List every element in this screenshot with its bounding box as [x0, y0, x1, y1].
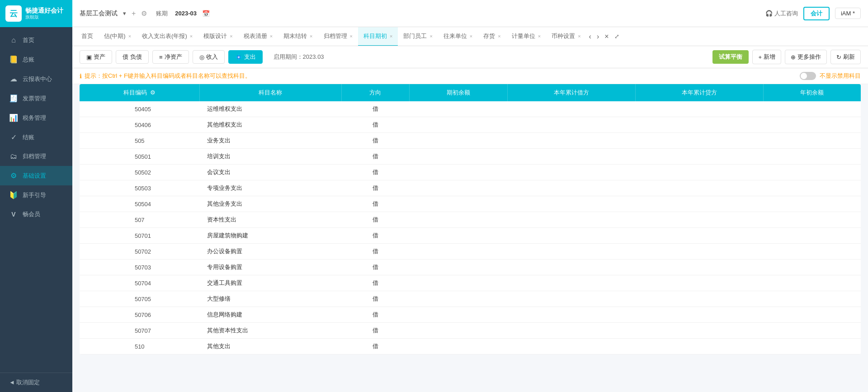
sidebar-item-member[interactable]: V 畅会员	[0, 205, 72, 224]
tab-measure[interactable]: 计量单位 ×	[506, 27, 546, 46]
table-row[interactable]: 50503 专项业务支出 借	[80, 180, 861, 196]
cell-ytd-credit	[635, 180, 763, 196]
table-row[interactable]: 50406 其他维权支出 借	[80, 117, 861, 133]
col-code[interactable]: 科目编码 ⚙	[80, 84, 200, 101]
account-button[interactable]: 会计	[803, 7, 830, 20]
more-operations-button[interactable]: ⊕ 更多操作	[785, 50, 827, 64]
add-button[interactable]: + 新增	[752, 50, 781, 64]
close-icon[interactable]: ×	[230, 33, 232, 39]
sidebar-item-ledger[interactable]: 📒 总账	[0, 50, 72, 69]
cell-ytd-debit	[507, 101, 635, 117]
cell-direction: 借	[341, 196, 409, 212]
sidebar-item-label: 首页	[23, 36, 34, 44]
dropdown-icon[interactable]: ▾	[123, 10, 126, 17]
cell-code: 50503	[80, 180, 200, 196]
sidebar-item-closing[interactable]: ✓ 结账	[0, 128, 72, 147]
cell-direction: 借	[341, 165, 409, 180]
subtab-net-asset[interactable]: ≡ 净资产	[152, 50, 189, 64]
subtab-liability[interactable]: 债 负债	[116, 50, 149, 64]
table-row[interactable]: 505 业务支出 借	[80, 133, 861, 149]
tab-nav-prev[interactable]: ‹	[586, 31, 594, 43]
close-icon[interactable]: ×	[190, 33, 193, 39]
table-row[interactable]: 50702 办公设备购置 借	[80, 244, 861, 260]
table-wrap: 科目编码 ⚙ 科目名称 方向 期初余额 本年累计借方 本年累计贷方 年初余额 5…	[72, 84, 868, 392]
add-tab-icon[interactable]: +	[132, 9, 136, 18]
table-row[interactable]: 50705 大型修缮 借	[80, 291, 861, 307]
table-row[interactable]: 50701 房屋建筑物购建 借	[80, 228, 861, 244]
cell-code: 50703	[80, 260, 200, 275]
close-icon[interactable]: ×	[538, 33, 541, 39]
disable-toggle[interactable]	[800, 72, 816, 80]
sidebar-item-tax[interactable]: 📊 税务管理	[0, 108, 72, 128]
tab-expand[interactable]: ⤢	[612, 31, 622, 42]
cell-name: 培训支出	[200, 149, 342, 165]
topbar-right: 🎧 人工咨询 会计 iAM *	[765, 7, 861, 20]
sidebar-footer-label: ◄ 取消固定	[9, 378, 40, 387]
table-row[interactable]: 50703 专用设备购置 借	[80, 260, 861, 275]
project-name[interactable]: 基层工会测试	[80, 9, 118, 18]
tab-inventory[interactable]: 存货 ×	[478, 27, 506, 46]
tab-archive[interactable]: 归档管理 ×	[318, 27, 358, 46]
table-row[interactable]: 50504 其他业务支出 借	[80, 196, 861, 212]
close-icon[interactable]: ×	[429, 33, 432, 39]
tab-close-all[interactable]: ×	[602, 31, 611, 43]
close-icon[interactable]: ×	[350, 33, 353, 39]
close-icon[interactable]: ×	[310, 33, 312, 39]
service-button[interactable]: 🎧 人工咨询	[765, 9, 798, 18]
sidebar-item-guide[interactable]: 🔰 新手引导	[0, 185, 72, 205]
cell-code: 505	[80, 133, 200, 149]
liability-icon: 债	[123, 53, 128, 61]
invoice-icon: 🧾	[9, 94, 18, 103]
cell-name: 资本性支出	[200, 212, 342, 228]
closing-icon: ✓	[9, 133, 18, 142]
subtab-income[interactable]: ◎ 收入	[193, 50, 225, 64]
sidebar-item-reports[interactable]: ☁ 云报表中心	[0, 69, 72, 89]
col-settings-icon[interactable]: ⚙	[150, 89, 156, 96]
close-icon[interactable]: ×	[128, 33, 131, 39]
close-icon[interactable]: ×	[498, 33, 500, 39]
tab-tax[interactable]: 税表清册 ×	[238, 27, 278, 46]
tab-currency[interactable]: 币种设置 ×	[546, 27, 586, 46]
tab-qs[interactable]: 估(中期) ×	[99, 27, 137, 46]
subtab-asset[interactable]: ▣ 资产	[80, 50, 112, 64]
tab-period-end[interactable]: 期末结转 ×	[278, 27, 318, 46]
table-row[interactable]: 50502 会议支出 借	[80, 165, 861, 180]
sidebar-item-invoice[interactable]: 🧾 发票管理	[0, 89, 72, 108]
refresh-button[interactable]: ↻ 刷新	[830, 50, 861, 64]
table-row[interactable]: 50707 其他资本性支出 借	[80, 323, 861, 339]
close-icon[interactable]: ×	[470, 33, 472, 39]
topbar: 基层工会测试 ▾ + ⚙ 账期 2023-03 📅 🎧 人工咨询 会计 iAM …	[72, 0, 868, 27]
settings-icon[interactable]: ⚙	[141, 9, 147, 18]
table-row[interactable]: 50706 信息网络购建 借	[80, 307, 861, 323]
table-row[interactable]: 507 资本性支出 借	[80, 212, 861, 228]
sidebar-item-home[interactable]: ⌂ 首页	[0, 31, 72, 50]
table-row[interactable]: 510 其他支出 借	[80, 339, 861, 354]
table-row[interactable]: 50405 运维维权支出 借	[80, 101, 861, 117]
cell-name: 其他业务支出	[200, 196, 342, 212]
cell-name: 其他维权支出	[200, 117, 342, 133]
tab-dept-staff[interactable]: 部门员工 ×	[398, 27, 438, 46]
sidebar-item-archive[interactable]: 🗂 归档管理	[0, 147, 72, 166]
close-icon[interactable]: ×	[578, 33, 580, 39]
close-icon[interactable]: ×	[390, 33, 392, 39]
ledger-icon: 📒	[9, 55, 18, 64]
tab-template[interactable]: 模版设计 ×	[198, 27, 238, 46]
tab-counterpart[interactable]: 往来单位 ×	[438, 27, 478, 46]
cell-code: 50702	[80, 244, 200, 260]
cell-direction: 借	[341, 212, 409, 228]
cell-ytd-debit	[507, 260, 635, 275]
cell-code: 50704	[80, 275, 200, 291]
close-icon[interactable]: ×	[270, 33, 273, 39]
subtab-expense[interactable]: 💠 支出	[228, 50, 263, 64]
tab-subject-period[interactable]: 科目期初 ×	[358, 27, 398, 46]
sidebar-item-settings[interactable]: ⚙ 基础设置	[0, 166, 72, 185]
calc-balance-button[interactable]: 试算平衡	[712, 50, 749, 64]
table-row[interactable]: 50704 交通工具购置 借	[80, 275, 861, 291]
sidebar-footer[interactable]: ◄ 取消固定	[0, 373, 72, 392]
tab-home[interactable]: 首页	[76, 27, 99, 46]
tab-nav-next[interactable]: ›	[594, 31, 602, 43]
tab-income-report[interactable]: 收入支出表(年报) ×	[137, 27, 198, 46]
iam-badge[interactable]: iAM *	[835, 8, 861, 19]
calendar-icon[interactable]: 📅	[202, 10, 210, 17]
table-row[interactable]: 50501 培训支出 借	[80, 149, 861, 165]
